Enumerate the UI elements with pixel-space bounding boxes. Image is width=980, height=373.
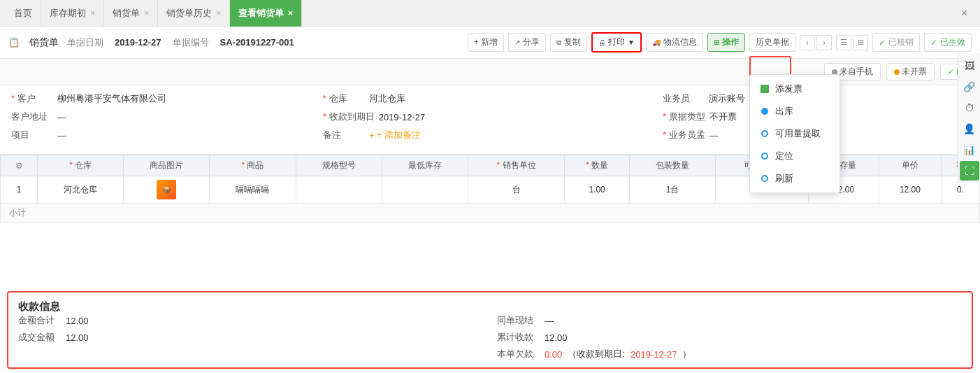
nav-arrows: ‹ › <box>800 35 832 50</box>
row-product: 嗝嗝嗝嗝 <box>210 176 296 204</box>
logistics-button[interactable]: 🚚 物流信息 <box>646 33 703 52</box>
date-value: 2019-12-27 <box>115 37 161 48</box>
customer-group: 客户 柳州粤港平安气体有限公司 <box>11 92 317 105</box>
number-value: SA-20191227-001 <box>220 37 294 48</box>
cumulative-row: 累计收款 12.00 <box>497 331 962 344</box>
note-group: 备注 + + 添加备注 <box>323 129 629 141</box>
sidebar-expand-icon[interactable]: ⛶ <box>960 161 979 181</box>
row-warehouse: 河北仓库 <box>38 176 124 204</box>
tab-sales[interactable]: 销货单 × <box>104 0 158 27</box>
window-close-button[interactable]: × <box>954 7 974 20</box>
col-pack-qty: 包装数量 <box>630 155 716 176</box>
col-image: 商品图片 <box>124 155 210 176</box>
salesman2-value: — <box>709 130 719 141</box>
salesman2-label: 业务员孟 <box>663 129 705 141</box>
trade-amount-value: 12.00 <box>66 332 89 343</box>
arrears-due-date: 2019-12-27 <box>630 349 677 360</box>
note-label: 备注 <box>323 129 365 141</box>
trade-amount-label: 成交金额 <box>18 331 60 344</box>
tab-bar: 首页 库存期初 × 销货单 × 销货单历史 × 查看销货单 × × <box>0 0 980 27</box>
col-settings[interactable]: ⚙ <box>1 155 38 176</box>
salesman-label: 业务员 <box>663 92 705 105</box>
warehouse-value: 河北仓库 <box>369 92 405 105</box>
tab-home[interactable]: 首页 <box>6 0 41 27</box>
cancelled-button[interactable]: ✓ 已核销 <box>872 33 920 52</box>
add-note-button[interactable]: + + 添加备注 <box>369 129 421 141</box>
dropdown-refresh[interactable]: 刷新 <box>750 167 840 190</box>
locate-icon <box>760 151 770 161</box>
arrears-note: （收款到期日: <box>568 348 625 360</box>
new-button[interactable]: + 新增 <box>468 33 504 52</box>
tab-view-sales[interactable]: 查看销货单 × <box>230 0 302 27</box>
copy-button[interactable]: ⧉ 复制 <box>550 33 587 52</box>
project-label: 项目 <box>11 129 53 141</box>
number-label: 单据编号 <box>173 36 209 49</box>
address-value: — <box>57 112 66 122</box>
dropdown-locate[interactable]: 定位 <box>750 145 840 167</box>
row-unit: 台 <box>468 176 564 204</box>
history-button[interactable]: 历史单据 <box>749 33 795 52</box>
tab-sales-history-close[interactable]: × <box>216 8 221 18</box>
customer-value: 柳州粤港平安气体有限公司 <box>57 92 166 105</box>
due-date-group: 收款到期日 2019-12-27 <box>323 111 629 123</box>
ticket-value: 不开票 <box>709 111 737 123</box>
arrears-label: 本单欠款 <box>497 348 539 360</box>
product-image: 📦 <box>157 180 176 199</box>
effective-button[interactable]: ✓ 已生效 <box>924 33 972 52</box>
due-date-value: 2019-12-27 <box>379 112 426 122</box>
payment-title: 收款信息 <box>18 300 962 314</box>
col-warehouse: 仓库 <box>38 155 124 176</box>
dropdown-available-qty[interactable]: 可用量提取 <box>750 122 840 145</box>
row-min-stock <box>382 176 468 204</box>
print-button[interactable]: 🖨 打印 ▼ <box>591 32 642 52</box>
tab-sales-close[interactable]: × <box>144 8 149 18</box>
arrears-value: 0.00 <box>545 349 562 360</box>
col-price: 单价 <box>879 155 941 176</box>
view-buttons: ☰ ⊞ <box>836 35 868 50</box>
same-order-value: — <box>545 316 554 326</box>
available-qty-icon <box>760 129 770 139</box>
tab-view-sales-close[interactable]: × <box>288 8 293 18</box>
doc-header: 📋 销货单 单据日期 2019-12-27 单据编号 SA-20191227-0… <box>0 27 980 59</box>
sidebar-table-icon[interactable]: 📊 <box>960 140 979 160</box>
arrears-row: 本单欠款 0.00 （收款到期日: 2019-12-27 ） <box>497 348 962 360</box>
project-group: 项目 — <box>11 129 317 141</box>
payment-grid: 金额合计 12.00 同单现结 — 成交金额 12.00 累计收款 12.00 … <box>18 314 962 360</box>
arrears-close: ） <box>682 348 691 360</box>
due-date-label: 收款到期日 <box>323 111 375 123</box>
sidebar-image-icon[interactable]: 🖼 <box>960 56 979 76</box>
sidebar-clock-icon[interactable]: ⏱ <box>960 98 979 118</box>
outbound-icon <box>760 106 770 116</box>
subtotal-row: 小计 <box>1 204 980 223</box>
ops-dropdown: 添发票 出库 可用量提取 定位 刷新 <box>749 74 840 193</box>
dropdown-add-invoice[interactable]: 添发票 <box>750 78 840 100</box>
total-value: 12.00 <box>66 316 89 326</box>
col-spec: 规格型号 <box>296 155 382 176</box>
address-group: 客户地址 — <box>11 111 317 123</box>
row-price: 12.00 <box>879 176 941 204</box>
tab-inventory-close[interactable]: × <box>90 8 95 18</box>
sidebar-link-icon[interactable]: 🔗 <box>960 77 979 97</box>
customer-label: 客户 <box>11 92 53 105</box>
row-qty: 1.00 <box>565 176 630 204</box>
add-invoice-icon <box>760 84 770 94</box>
trade-amount-row: 成交金额 12.00 <box>18 331 483 344</box>
dropdown-outbound[interactable]: 出库 <box>750 100 840 122</box>
grid-view-btn[interactable]: ⊞ <box>853 35 868 50</box>
next-arrow[interactable]: › <box>816 35 832 50</box>
list-view-btn[interactable]: ☰ <box>836 35 851 50</box>
col-product: 商品 <box>210 155 296 176</box>
tab-sales-history[interactable]: 销货单历史 × <box>158 0 230 27</box>
unopened-button[interactable]: 未开票 <box>886 63 935 80</box>
salesman-value: 演示账号 <box>709 92 745 105</box>
tab-inventory[interactable]: 库存期初 × <box>41 0 104 27</box>
same-order-label: 同单现结 <box>497 314 539 327</box>
cumulative-label: 累计收款 <box>497 331 539 344</box>
total-row: 金额合计 12.00 <box>18 314 483 327</box>
ops-button[interactable]: ⊞ 操作 <box>707 33 745 52</box>
prev-arrow[interactable]: ‹ <box>800 35 815 50</box>
subtotal-label: 小计 <box>1 204 980 223</box>
sidebar-person-icon[interactable]: 👤 <box>960 119 979 139</box>
payment-panel: 收款信息 金额合计 12.00 同单现结 — 成交金额 12.00 累计收款 1… <box>7 291 973 369</box>
share-button[interactable]: ↗ 分享 <box>508 33 546 52</box>
